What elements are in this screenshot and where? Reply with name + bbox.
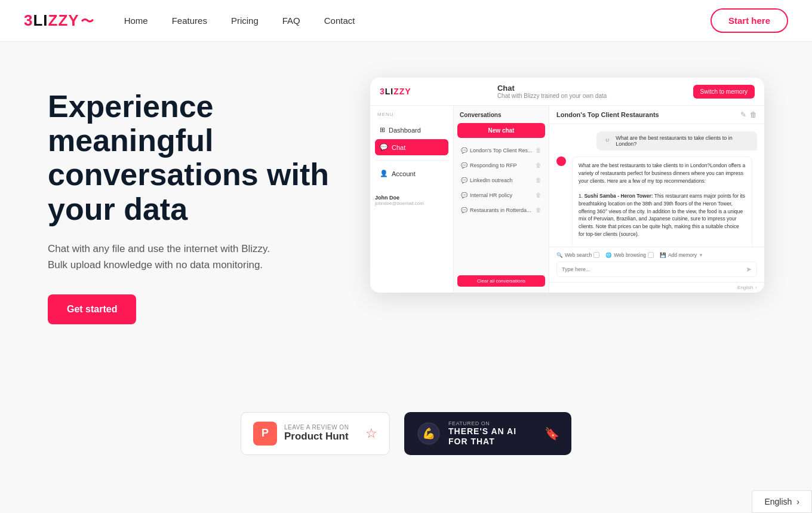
hero-section: Experience meaningful conversations with…	[0, 42, 812, 400]
web-search-checkbox[interactable]	[593, 252, 599, 258]
chat-footer: 🔍 Web search 🌐 Web browsing 💾	[549, 247, 764, 282]
search-icon: 🔍	[556, 252, 563, 258]
nav-contact[interactable]: Contact	[324, 16, 355, 26]
user-message-text: What are the best restaurants to take cl…	[616, 135, 751, 147]
ai-badge-text: FEATURED ON THERE'S AN AI FOR THAT	[448, 420, 516, 447]
start-here-button[interactable]: Start here	[710, 8, 788, 33]
user-message: U What are the best restaurants to take …	[596, 131, 757, 150]
chat-delete-3[interactable]: 🗑	[536, 192, 542, 198]
chat-list-item-2[interactable]: 💬 LinkedIn outreach 🗑	[457, 174, 545, 186]
nav-pricing[interactable]: Pricing	[231, 16, 259, 26]
get-started-button[interactable]: Get started	[48, 294, 136, 324]
hero-title: Experience meaningful conversations with…	[48, 90, 346, 226]
sidebar-divider	[375, 160, 448, 161]
app-body: MENU ⊞ Dashboard 💬 Chat 👤 Account	[370, 106, 764, 293]
ai-avatar	[556, 156, 566, 166]
chat-delete-1[interactable]: 🗑	[536, 162, 542, 168]
edit-icon[interactable]: ✎	[740, 110, 746, 119]
chat-bubble-icon-3: 💬	[461, 192, 467, 198]
chat-list-item-0[interactable]: 💬 London's Top Client Res... 🗑	[457, 144, 545, 156]
add-memory-tool[interactable]: 💾 Add memory ▼	[660, 252, 703, 258]
chat-delete-4[interactable]: 🗑	[536, 207, 542, 213]
chat-main-header: London's Top Client Restaurants ✎ 🗑	[549, 106, 764, 124]
nav-links: Home Features Pricing FAQ Contact	[124, 16, 355, 26]
hero-left: Experience meaningful conversations with…	[48, 78, 346, 324]
trash-icon[interactable]: 🗑	[750, 110, 757, 119]
app-chat-list: Conversations New chat 💬 London's Top Cl…	[454, 106, 549, 293]
sidebar-dashboard-label: Dashboard	[389, 127, 421, 134]
sidebar-chat-label: Chat	[392, 144, 405, 151]
grid-icon: ⊞	[380, 126, 385, 134]
sidebar-item-account[interactable]: 👤 Account	[375, 165, 448, 182]
chat-messages: U What are the best restaurants to take …	[549, 124, 764, 247]
chat-delete-2[interactable]: 🗑	[536, 177, 542, 183]
app-sidebar: MENU ⊞ Dashboard 💬 Chat 👤 Account	[370, 106, 454, 293]
app-screenshot: 3LIZZY Chat Chat with Blizzy trained on …	[370, 78, 764, 293]
chat-main-icons: ✎ 🗑	[740, 110, 757, 119]
lang-label: English	[764, 497, 792, 506]
sidebar-item-chat[interactable]: 💬 Chat	[375, 139, 448, 155]
web-search-tool[interactable]: 🔍 Web search	[556, 252, 599, 258]
new-chat-button[interactable]: New chat	[457, 123, 545, 138]
product-hunt-text: LEAVE A REVIEW ON Product Hunt	[284, 424, 349, 443]
footer-lang[interactable]: English	[737, 285, 753, 290]
ai-badge-icon: 💪	[416, 421, 441, 446]
sidebar-menu-label: MENU	[375, 112, 448, 117]
hero-subtitle: Chat with any file and use the internet …	[48, 241, 287, 273]
chat-item-text-2: 💬 LinkedIn outreach	[461, 177, 513, 183]
logo[interactable]: 3LIZZY〜	[24, 11, 94, 30]
badges-section: P LEAVE A REVIEW ON Product Hunt ☆ 💪 FEA…	[0, 400, 812, 479]
send-button[interactable]: ➤	[746, 265, 752, 274]
chat-bubble-icon-1: 💬	[461, 162, 467, 168]
chat-tools: 🔍 Web search 🌐 Web browsing 💾	[556, 252, 757, 258]
chat-bubble-icon-4: 💬	[461, 207, 467, 213]
user-avatar: U	[602, 135, 612, 145]
chat-item-text-3: 💬 Internal HR policy	[461, 192, 512, 198]
chat-bubble-icon-2: 💬	[461, 177, 467, 183]
chat-input[interactable]	[562, 266, 742, 272]
sidebar-user-email: johndoe@doemail.com	[375, 201, 448, 206]
chat-list-title: Conversations	[457, 112, 545, 118]
web-browsing-tool[interactable]: 🌐 Web browsing	[605, 252, 654, 258]
memory-dropdown[interactable]: ▼	[699, 253, 703, 258]
sidebar-user-info: John Doe johndoe@doemail.com	[375, 183, 448, 206]
chat-list-item-4[interactable]: 💬 Restaurants in Rotterda... 🗑	[457, 204, 545, 216]
ai-bookmark-icon: 🔖	[545, 426, 559, 441]
sidebar-item-dashboard[interactable]: ⊞ Dashboard	[375, 122, 448, 138]
web-search-label: Web search	[565, 252, 592, 258]
ph-name: Product Hunt	[284, 431, 349, 443]
app-topbar-info: Chat Chat with Blizzy trained on your ow…	[497, 84, 607, 99]
clear-conversations-wrapper: Clear all conversations	[457, 271, 545, 287]
nav-features[interactable]: Features	[172, 16, 207, 26]
ai-featured-on: FEATURED ON	[448, 420, 516, 426]
logo-text: 3LIZZY〜	[24, 11, 94, 30]
user-icon: 👤	[380, 170, 388, 177]
chevron-right-icon: ›	[755, 285, 757, 290]
product-hunt-badge[interactable]: P LEAVE A REVIEW ON Product Hunt ☆	[241, 412, 390, 455]
chat-item-text-0: 💬 London's Top Client Res...	[461, 148, 533, 153]
app-logo: 3LIZZY	[380, 87, 411, 96]
memory-icon: 💾	[660, 252, 666, 258]
chat-list-item-1[interactable]: 💬 Responding to RFP 🗑	[457, 159, 545, 171]
chat-item-text-4: 💬 Restaurants in Rotterda...	[461, 207, 531, 213]
nav-home[interactable]: Home	[124, 16, 148, 26]
switch-memory-button[interactable]: Switch to memory	[693, 85, 755, 99]
ph-leave-review: LEAVE A REVIEW ON	[284, 424, 349, 431]
ai-badge[interactable]: 💪 FEATURED ON THERE'S AN AI FOR THAT 🔖	[404, 412, 571, 455]
clear-conversations-button[interactable]: Clear all conversations	[457, 275, 545, 287]
svg-text:💪: 💪	[422, 427, 436, 440]
app-chat-main: London's Top Client Restaurants ✎ 🗑 U Wh…	[549, 106, 764, 293]
chat-item-text-1: 💬 Responding to RFP	[461, 162, 517, 168]
browse-icon: 🌐	[605, 252, 612, 258]
web-browsing-checkbox[interactable]	[648, 252, 654, 258]
app-chat-sublabel: Chat with Blizzy trained on your own dat…	[497, 93, 607, 99]
language-bar[interactable]: English ›	[752, 490, 812, 513]
nav-faq[interactable]: FAQ	[282, 16, 300, 26]
chat-list-item-3[interactable]: 💬 Internal HR policy 🗑	[457, 189, 545, 201]
web-browsing-label: Web browsing	[614, 252, 646, 258]
ai-response: What are the best restaurants to take cl…	[556, 156, 757, 247]
chat-delete-0[interactable]: 🗑	[536, 147, 542, 153]
ai-title: THERE'S AN AI FOR THAT	[448, 426, 516, 447]
sidebar-user-name: John Doe	[375, 195, 448, 201]
sidebar-account-label: Account	[392, 170, 416, 177]
